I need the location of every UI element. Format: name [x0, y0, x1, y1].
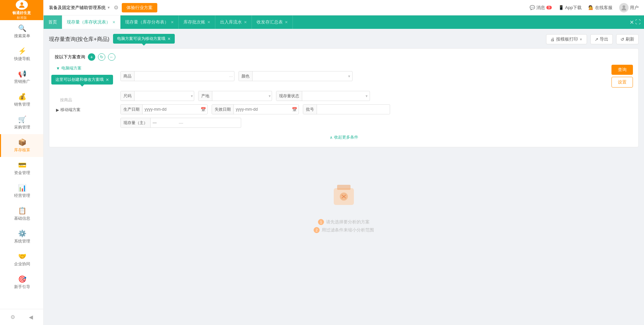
field-stock-status-input[interactable]	[302, 91, 364, 101]
svg-point-0	[20, 2, 23, 5]
filter-back-btn[interactable]: ←	[108, 53, 115, 61]
setting-btn[interactable]: 设置	[611, 77, 633, 88]
sidebar-label-9: 系统管理	[14, 238, 30, 244]
filter-field-color: 颜色 ▼	[238, 71, 353, 81]
filter-label: 按以下方案查询	[55, 54, 85, 60]
svg-rect-3	[337, 185, 351, 190]
online-service-label: 在线客服	[595, 5, 612, 11]
tab-flow[interactable]: 出入库流水 ✕	[215, 15, 252, 29]
header-gear-icon[interactable]: ⚙	[114, 4, 118, 11]
sidebar-collapse-btn[interactable]: ◀	[29, 314, 33, 320]
field-size-chevron[interactable]: ▼	[189, 94, 194, 98]
tab-inventory-dist[interactable]: 现存量（库存分布表） ✕	[120, 15, 179, 29]
sidebar-item-10[interactable]: 🤝企业协同	[0, 248, 43, 271]
tab-inventory-status[interactable]: 现存量（库存状况表） ✕	[62, 15, 120, 29]
sidebar-item-8[interactable]: 📋基础信息	[0, 203, 43, 225]
field-origin-label: 产地	[199, 91, 212, 101]
field-stock-qty-start[interactable]	[151, 118, 177, 127]
system-selector[interactable]: 装备及固定资产辅助管理系统 ▼	[49, 5, 110, 11]
filter-header: 按以下方案查询 + ↻ ← 电脑方案可设为移动方案哦 ✕	[55, 53, 633, 61]
message-icon: 💬	[530, 5, 535, 10]
field-expire-date-input[interactable]	[234, 105, 290, 114]
hint-2-text: 用过滤条件来缩小分析范围	[322, 227, 374, 233]
field-size-label: 尺码	[121, 91, 135, 101]
filter-field-stock-status: 现存量状态 ▼	[276, 91, 370, 101]
field-goods-label: 商品	[121, 71, 135, 81]
tooltip2-close[interactable]: ✕	[106, 77, 109, 82]
tab-summary-close[interactable]: ✕	[285, 20, 288, 24]
filter-field-goods: 商品 ···	[120, 71, 234, 81]
sidebar-item-0[interactable]: 🔍搜索菜单	[0, 20, 43, 43]
print-label: 按模板打印	[556, 36, 578, 42]
filter-field-size: 尺码 ▼	[120, 91, 194, 101]
field-expire-date-cal[interactable]: 📅	[290, 107, 299, 112]
empty-illustration	[327, 178, 361, 213]
refresh-label: 刷新	[626, 36, 634, 42]
tab-batch-account[interactable]: 库存批次账 ✕	[179, 15, 215, 29]
tab-batch-account-close[interactable]: ✕	[207, 20, 210, 24]
sidebar-item-1[interactable]: ⚡快捷导航	[0, 43, 43, 66]
print-icon: 🖨	[550, 37, 555, 42]
sidebar-item-2[interactable]: 📢营销推广	[0, 66, 43, 89]
sidebar-icon-7: 📊	[18, 184, 26, 192]
refresh-btn[interactable]: ↺ 刷新	[616, 34, 639, 44]
sidebar-item-3[interactable]: 💰销售管理	[0, 89, 43, 111]
filter-cycle-btn[interactable]: ↻	[98, 53, 105, 61]
sidebar-label-3: 销售管理	[14, 102, 30, 107]
filter-body: ▼ 电脑端方案 这里可以创建和修改方案哦 ✕ 按商品 ▶	[55, 65, 633, 131]
collapse-label: 收起更多条件	[334, 134, 358, 140]
app-download-btn[interactable]: 📱 App下载	[558, 5, 582, 11]
tab-home[interactable]: 首页	[44, 15, 62, 29]
sidebar-item-7[interactable]: 📊经营管理	[0, 180, 43, 203]
filter-search-actions: 查询 设置	[611, 65, 633, 88]
sidebar-item-5[interactable]: 📦库存核算	[0, 134, 43, 157]
field-goods-dots[interactable]: ···	[228, 74, 234, 79]
export-label: 导出	[600, 36, 608, 42]
sidebar-item-9[interactable]: ⚙️系统管理	[0, 225, 43, 248]
sidebar-item-11[interactable]: 🎯新手引导	[0, 271, 43, 294]
export-btn[interactable]: ↗ 导出	[590, 34, 613, 44]
print-btn[interactable]: 🖨 按模板打印 ▼	[546, 34, 587, 44]
user-label: 用户	[630, 5, 639, 11]
sidebar-icon-1: ⚡	[18, 47, 26, 55]
field-color-chevron[interactable]: ▼	[346, 74, 352, 78]
sidebar-item-6[interactable]: 💳资金管理	[0, 157, 43, 180]
tooltip1-close[interactable]: ✕	[167, 37, 171, 41]
message-btn[interactable]: 💬 消息 9	[530, 5, 552, 11]
industry-btn[interactable]: 体验行业方案	[122, 3, 157, 12]
scheme-mobile[interactable]: ▶ 移动端方案	[55, 106, 115, 113]
tab-flow-close[interactable]: ✕	[244, 20, 247, 24]
online-service-icon: 💁	[588, 5, 594, 10]
sidebar-icon-4: 🛒	[18, 115, 26, 123]
field-color-input[interactable]	[253, 71, 346, 81]
field-origin-chevron[interactable]: ▼	[267, 94, 272, 98]
scheme-pc[interactable]: ▼ 电脑端方案	[55, 65, 115, 72]
message-label: 消息	[536, 5, 545, 11]
tab-fullscreen-btn[interactable]: ⛶	[635, 19, 641, 25]
sidebar-settings-btn[interactable]: ⚙	[10, 314, 15, 320]
scheme-pc-label: 电脑端方案	[61, 65, 82, 71]
sidebar-label-2: 营销推广	[14, 79, 30, 85]
field-origin-input[interactable]	[212, 91, 267, 101]
field-goods-input[interactable]	[135, 71, 228, 81]
print-arrow: ▼	[579, 38, 583, 41]
field-batch-input[interactable]	[317, 105, 390, 114]
field-stock-qty-end[interactable]	[184, 118, 211, 127]
tab-inventory-status-close[interactable]: ✕	[112, 20, 115, 24]
tab-close-all-btn[interactable]: ✕	[630, 19, 634, 25]
tab-summary[interactable]: 收发存汇总表 ✕	[252, 15, 293, 29]
user-btn[interactable]: 用户	[619, 3, 639, 12]
collapse-bar[interactable]: ∧ 收起更多条件	[55, 132, 633, 142]
field-stock-status-chevron[interactable]: ▼	[364, 94, 370, 98]
field-size-input[interactable]	[135, 91, 189, 101]
field-prod-date-cal[interactable]: 📅	[199, 107, 207, 112]
scheme-sub-category[interactable]: 按商品	[59, 97, 115, 104]
online-service-btn[interactable]: 💁 在线客服	[588, 5, 612, 11]
tab-inventory-dist-close[interactable]: ✕	[171, 20, 174, 24]
filter-field-stock-qty: 现存量（主） —	[120, 118, 241, 128]
filter-panel: 按以下方案查询 + ↻ ← 电脑方案可设为移动方案哦 ✕ ▼ 电脑端方案	[49, 48, 639, 147]
search-btn[interactable]: 查询	[611, 65, 633, 75]
sidebar-item-4[interactable]: 🛒采购管理	[0, 111, 43, 134]
filter-add-btn[interactable]: +	[88, 53, 95, 61]
field-prod-date-input[interactable]	[143, 105, 199, 114]
